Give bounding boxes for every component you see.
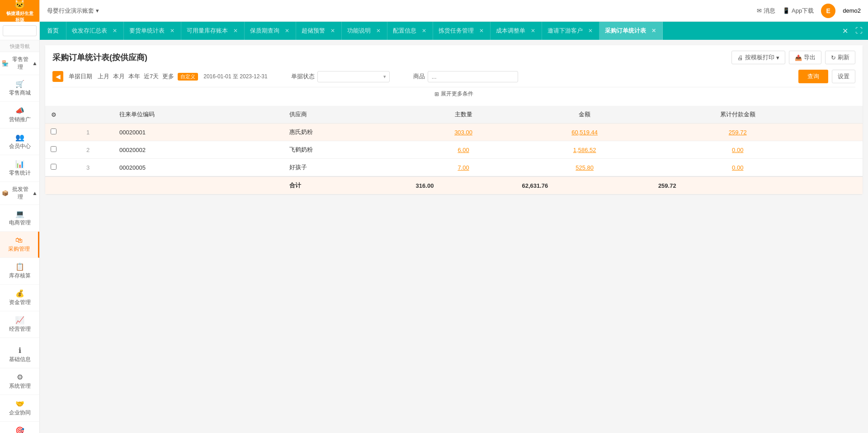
tab-warranty[interactable]: 保质期查询 ✕: [245, 22, 296, 40]
sidebar-item-operations[interactable]: 📈 经营管理: [0, 311, 39, 338]
tab-overstock-close[interactable]: ✕: [330, 28, 336, 34]
sidebar-item-retail-mgmt[interactable]: 🏪 零售管理 ▲: [0, 52, 39, 75]
tab-available-stock-close[interactable]: ✕: [232, 28, 239, 34]
row1-amount-link[interactable]: 60,519.44: [571, 129, 598, 136]
export-btn[interactable]: 📤 导出: [789, 51, 821, 64]
tab-config-info-close[interactable]: ✕: [421, 28, 427, 34]
tab-warranty-close[interactable]: ✕: [284, 28, 290, 34]
sidebar-item-system[interactable]: ⚙ 系统管理: [0, 368, 39, 395]
status-select[interactable]: [317, 71, 390, 82]
row3-checkbox[interactable]: [45, 159, 62, 177]
tab-expand-btn[interactable]: ⛶: [854, 25, 864, 37]
footer-empty2: [62, 176, 114, 194]
tab-cost-adjust[interactable]: 成本调整单 ✕: [491, 22, 542, 40]
row3-checkbox-input[interactable]: [51, 164, 57, 170]
row2-checkbox[interactable]: [45, 141, 62, 159]
tab-receive-send-close[interactable]: ✕: [112, 28, 118, 34]
tab-invite-downstream[interactable]: 邀请下游客户 ✕: [542, 22, 599, 40]
filter-row-1: ◀ 单据日期 上月 本月 本年 近7天 更多 自定义 2016-01-01 至 …: [52, 70, 855, 83]
tab-overstock[interactable]: 超储预警 ✕: [296, 22, 342, 40]
tab-purchase-stats-close[interactable]: ✕: [651, 28, 657, 34]
sidebar-item-inventory[interactable]: 📋 库存核算: [0, 258, 39, 285]
col-settings[interactable]: ⚙: [45, 106, 62, 124]
date-shortcut-7days[interactable]: 近7天: [144, 72, 159, 81]
tab-pick-task-close[interactable]: ✕: [478, 28, 485, 34]
main-area: 母婴行业演示账套 ▾ ✉ 消息 📱 App下载 E demo2 首页 收发存汇总…: [40, 0, 868, 433]
tab-config-info[interactable]: 配置信息 ✕: [387, 22, 433, 40]
retail-stats-icon: 📊: [15, 160, 24, 168]
row2-checkbox-input[interactable]: [51, 146, 57, 152]
sidebar-item-new-guide[interactable]: 🎯 新手引导: [0, 422, 39, 433]
ecommerce-label: 电商管理: [9, 219, 31, 227]
inventory-icon: 📋: [15, 262, 24, 271]
avatar[interactable]: E: [821, 4, 835, 18]
sidebar-item-wholesale[interactable]: 📦 批发管理 ▲: [0, 182, 39, 205]
sidebar-item-enterprise[interactable]: 🤝 企业协同: [0, 395, 39, 422]
workspace-selector[interactable]: 母婴行业演示账套 ▾: [47, 7, 99, 15]
tab-order-stats-close[interactable]: ✕: [169, 28, 175, 34]
tab-available-stock[interactable]: 可用量库存账本 ✕: [181, 22, 245, 40]
row1-checkbox[interactable]: [45, 124, 62, 141]
tab-purchase-stats[interactable]: 采购订单统计表 ✕: [599, 22, 663, 40]
retail-store-icon: 🛒: [15, 80, 24, 88]
messages-btn[interactable]: ✉ 消息: [757, 7, 775, 15]
filter-area: ◀ 单据日期 上月 本月 本年 近7天 更多 自定义 2016-01-01 至 …: [45, 64, 863, 106]
tab-func-desc-label: 功能说明: [347, 27, 371, 35]
tab-cost-adjust-close[interactable]: ✕: [530, 28, 536, 34]
sidebar-item-finance[interactable]: 💰 资金管理: [0, 285, 39, 311]
query-btn[interactable]: 查询: [798, 70, 828, 83]
tab-close-btn[interactable]: ✕: [840, 25, 850, 37]
sidebar-item-base-info[interactable]: ℹ 基础信息: [0, 342, 39, 368]
row2-main-qty-link[interactable]: 6.00: [458, 147, 469, 153]
sidebar-item-member[interactable]: 👥 会员中心: [0, 128, 39, 155]
tab-invite-downstream-close[interactable]: ✕: [587, 28, 594, 34]
sidebar-item-retail-store[interactable]: 🛒 零售商城: [0, 75, 39, 102]
row1-cumulative-link[interactable]: 259.72: [729, 129, 747, 136]
sidebar-item-marketing[interactable]: 📣 营销推广: [0, 102, 39, 128]
tab-func-desc-close[interactable]: ✕: [375, 28, 382, 34]
tab-pick-task[interactable]: 拣货任务管理 ✕: [433, 22, 491, 40]
filter-toggle-btn[interactable]: ◀: [52, 71, 63, 82]
messages-label: 消息: [764, 7, 775, 15]
logo-icon: 🐱: [14, 0, 25, 10]
sidebar-item-purchase[interactable]: 🛍 采购管理: [0, 232, 39, 258]
date-shortcut-more[interactable]: 更多: [162, 72, 174, 81]
date-shortcut-this-year[interactable]: 本年: [128, 72, 140, 81]
row1-main-qty: 303.00: [410, 124, 517, 141]
row1-main-qty-link[interactable]: 303.00: [454, 129, 472, 136]
operations-icon: 📈: [15, 316, 24, 324]
tab-func-desc[interactable]: 功能说明 ✕: [342, 22, 387, 40]
row2-cumulative-link[interactable]: 0.00: [732, 147, 743, 153]
table-row: 3 00020005 好孩子 7.00 525.80 0.00: [45, 159, 863, 177]
tab-receive-send[interactable]: 收发存汇总表 ✕: [66, 22, 124, 40]
app-download-btn[interactable]: 📱 App下载: [783, 7, 814, 15]
expand-filter-btn[interactable]: ⊞ 展开更多条件: [434, 90, 473, 98]
base-info-label: 基础信息: [9, 356, 31, 363]
date-custom-badge[interactable]: 自定义: [178, 73, 198, 81]
search-input[interactable]: [3, 25, 37, 36]
purchase-icon: 🛍: [15, 236, 23, 244]
row1-checkbox-input[interactable]: [51, 128, 57, 134]
footer-label: 合计: [284, 176, 410, 194]
retail-stats-label: 零售统计: [9, 169, 31, 177]
tab-order-stats[interactable]: 要货单统计表 ✕: [124, 22, 181, 40]
page-title: 采购订单统计表(按供应商): [52, 52, 147, 63]
settings-btn[interactable]: 设置: [832, 70, 855, 83]
user-name: demo2: [843, 7, 861, 14]
template-print-btn[interactable]: 🖨 按模板打印 ▾: [731, 51, 785, 64]
sidebar-item-retail-stats[interactable]: 📊 零售统计: [0, 155, 39, 182]
row3-cumulative-link[interactable]: 0.00: [732, 164, 743, 171]
sidebar-item-ecommerce[interactable]: 💻 电商管理: [0, 205, 39, 232]
row3-main-qty-link[interactable]: 7.00: [458, 164, 469, 171]
date-shortcut-this-month[interactable]: 本月: [113, 72, 125, 81]
main-card: 采购订单统计表(按供应商) 🖨 按模板打印 ▾ 📤 导出 ↻ 刷新: [45, 45, 863, 194]
row3-amount-link[interactable]: 525.80: [576, 164, 594, 171]
tab-purchase-stats-label: 采购订单统计表: [605, 27, 646, 35]
tab-home[interactable]: 首页: [40, 22, 66, 40]
system-icon: ⚙: [17, 373, 23, 381]
refresh-btn[interactable]: ↻ 刷新: [825, 51, 855, 64]
goods-input[interactable]: [428, 71, 518, 82]
retail-mgmt-label: 零售管理: [10, 56, 30, 71]
row2-amount-link[interactable]: 1,586.52: [573, 147, 596, 153]
date-shortcut-last-month[interactable]: 上月: [98, 72, 109, 81]
